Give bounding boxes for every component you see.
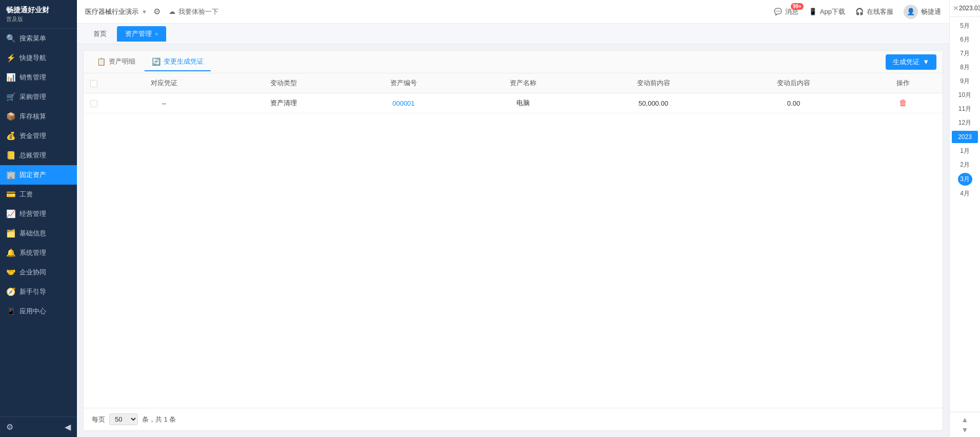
- panel-down-icon[interactable]: ▼: [961, 425, 970, 435]
- quick-nav-label: 快捷导航: [19, 53, 46, 63]
- sales-mgmt-label: 销售管理: [19, 73, 46, 82]
- table-wrapper: 对应凭证 变动类型 资产编号 资产名称 变动前内容 变动后内容 操作 -- 资产…: [84, 73, 943, 408]
- table-row: -- 资产清理 000001 电脑 50,000.00 0.00 🗑: [84, 93, 943, 113]
- row-asset-name: 电脑: [464, 93, 584, 113]
- tab-asset-management[interactable]: 资产管理 ×: [117, 26, 166, 42]
- row-operation: 🗑: [864, 93, 943, 113]
- generate-voucher-button[interactable]: 生成凭证 ▼: [886, 54, 936, 70]
- pagination: 每页 50 20 100 条，共 1 条: [84, 408, 943, 430]
- table-header-row: 对应凭证 变动类型 资产编号 资产名称 变动前内容 变动后内容 操作: [84, 73, 943, 93]
- month-item-4月[interactable]: 4月: [950, 187, 980, 201]
- sidebar-item-sales-mgmt[interactable]: 📊 销售管理: [0, 68, 77, 87]
- app-download-button[interactable]: 📱 App下载: [809, 7, 845, 16]
- panel-up-icon[interactable]: ▲: [961, 414, 970, 425]
- per-page-select[interactable]: 50 20 100: [109, 413, 138, 425]
- month-item-10月[interactable]: 10月: [950, 88, 980, 102]
- tab-home[interactable]: 首页: [85, 26, 115, 42]
- sidebar-item-guide[interactable]: 🧭 新手引导: [0, 282, 77, 302]
- select-all-checkbox[interactable]: [90, 80, 97, 87]
- quick-nav-icon: ⚡: [6, 53, 15, 63]
- sidebar: 畅捷通好业财 普及版 🔍 搜索菜单 ⚡ 快捷导航 📊 销售管理 🛒 采购管理 📦…: [0, 0, 77, 437]
- company-dropdown-arrow: ▼: [142, 9, 147, 15]
- sales-mgmt-icon: 📊: [6, 73, 15, 82]
- month-item-1月[interactable]: 1月: [950, 144, 980, 158]
- customer-service-button[interactable]: 🎧 在线客服: [855, 7, 893, 16]
- month-item-11月[interactable]: 11月: [950, 102, 980, 116]
- fund-mgmt-label: 资金管理: [19, 131, 46, 141]
- app-download-label: App下载: [820, 7, 845, 16]
- sidebar-item-app-center[interactable]: 📱 应用中心: [0, 302, 77, 321]
- sidebar-bottom: ⚙ ◀: [0, 416, 77, 437]
- ops-mgmt-icon: 📈: [6, 209, 15, 218]
- row-checkbox[interactable]: [90, 100, 97, 107]
- topbar-right: 💬 消息 99+ 📱 App下载 🎧 在线客服 👤 畅捷通: [774, 5, 941, 19]
- messages-button[interactable]: 💬 消息 99+: [774, 7, 798, 16]
- month-item-selected[interactable]: 3月: [958, 173, 972, 186]
- sub-tab-asset-detail[interactable]: 📋 资产明细: [90, 53, 143, 71]
- main-area: 医疗器械行业演示 ▼ ⚙ ☁ 我要体验一下 💬 消息 99+ 📱 App下载 🎧…: [77, 0, 949, 437]
- generate-voucher-arrow: ▼: [923, 58, 929, 66]
- row-voucher: --: [104, 93, 224, 113]
- month-item-7月[interactable]: 7月: [950, 47, 980, 61]
- month-item-2月[interactable]: 2月: [950, 158, 980, 172]
- asset-detail-icon: 📋: [97, 57, 106, 66]
- sidebar-item-inventory[interactable]: 📦 库存核算: [0, 107, 77, 126]
- sidebar-item-ledger-mgmt[interactable]: 📒 总账管理: [0, 146, 77, 165]
- tab-asset-management-label: 资产管理: [125, 29, 152, 38]
- th-before-change: 变动前内容: [583, 73, 724, 93]
- sys-mgmt-icon: 🔔: [6, 248, 15, 257]
- month-item-12月[interactable]: 12月: [950, 116, 980, 130]
- experience-icon: ☁: [169, 8, 175, 15]
- sidebar-item-purchase-mgmt[interactable]: 🛒 采购管理: [0, 87, 77, 107]
- per-page-label: 每页: [92, 415, 105, 424]
- sidebar-item-basic-info[interactable]: 🗂️ 基础信息: [0, 224, 77, 243]
- month-list: 5月6月7月8月9月10月11月12月20231月2月3月4月: [950, 17, 980, 412]
- sidebar-item-enterprise[interactable]: 🤝 企业协同: [0, 263, 77, 282]
- messages-badge: 99+: [791, 3, 804, 10]
- sidebar-item-fixed-assets[interactable]: 🏢 固定资产: [0, 165, 77, 185]
- right-panel-title: 2023.03: [959, 5, 980, 12]
- total-label: 条，共 1 条: [142, 415, 176, 424]
- inventory-label: 库存核算: [19, 112, 46, 121]
- delete-row-icon[interactable]: 🗑: [899, 98, 907, 107]
- company-name: 医疗器械行业演示: [85, 7, 138, 16]
- messages-icon: 💬: [774, 8, 782, 15]
- right-panel-close-icon[interactable]: ✕: [953, 4, 959, 12]
- month-item-5月[interactable]: 5月: [950, 19, 980, 33]
- sidebar-item-sys-mgmt[interactable]: 🔔 系统管理: [0, 243, 77, 263]
- sys-mgmt-label: 系统管理: [19, 248, 46, 257]
- ledger-mgmt-label: 总账管理: [19, 151, 46, 160]
- th-checkbox: [84, 73, 104, 93]
- experience-button[interactable]: ☁ 我要体验一下: [169, 7, 218, 16]
- sidebar-item-payroll[interactable]: 💳 工资: [0, 185, 77, 204]
- search-menu-icon: 🔍: [6, 34, 15, 43]
- experience-label: 我要体验一下: [178, 7, 218, 16]
- sidebar-item-ops-mgmt[interactable]: 📈 经营管理: [0, 204, 77, 224]
- change-voucher-icon: 🔄: [152, 57, 161, 66]
- payroll-icon: 💳: [6, 190, 15, 199]
- row-checkbox-cell: [84, 93, 104, 113]
- row-after-change: 0.00: [724, 93, 864, 113]
- th-asset-code: 资产编号: [344, 73, 464, 93]
- settings-icon[interactable]: ⚙: [6, 422, 13, 432]
- enterprise-icon: 🤝: [6, 268, 15, 277]
- month-item-9月[interactable]: 9月: [950, 74, 980, 88]
- panel-navigation: ▲ ▼: [950, 412, 980, 437]
- collapse-icon[interactable]: ◀: [65, 422, 71, 432]
- th-change-type: 变动类型: [224, 73, 344, 93]
- tab-close-icon[interactable]: ×: [155, 31, 158, 37]
- guide-label: 新手引导: [19, 287, 46, 296]
- row-before-change: 50,000.00: [583, 93, 724, 113]
- sub-tab-change-voucher[interactable]: 🔄 变更生成凭证: [145, 53, 211, 71]
- company-selector[interactable]: 医疗器械行业演示 ▼: [85, 7, 147, 16]
- sidebar-item-fund-mgmt[interactable]: 💰 资金管理: [0, 126, 77, 146]
- sidebar-item-search-menu[interactable]: 🔍 搜索菜单: [0, 29, 77, 48]
- sidebar-item-quick-nav[interactable]: ⚡ 快捷导航: [0, 48, 77, 68]
- settings-gear-icon[interactable]: ⚙: [153, 7, 161, 16]
- month-item-6月[interactable]: 6月: [950, 33, 980, 47]
- user-button[interactable]: 👤 畅捷通: [904, 5, 941, 19]
- tab-bar: 首页 资产管理 ×: [77, 24, 949, 44]
- month-item-8月[interactable]: 8月: [950, 61, 980, 74]
- year-label-current[interactable]: 2023: [952, 131, 978, 143]
- fund-mgmt-icon: 💰: [6, 131, 15, 141]
